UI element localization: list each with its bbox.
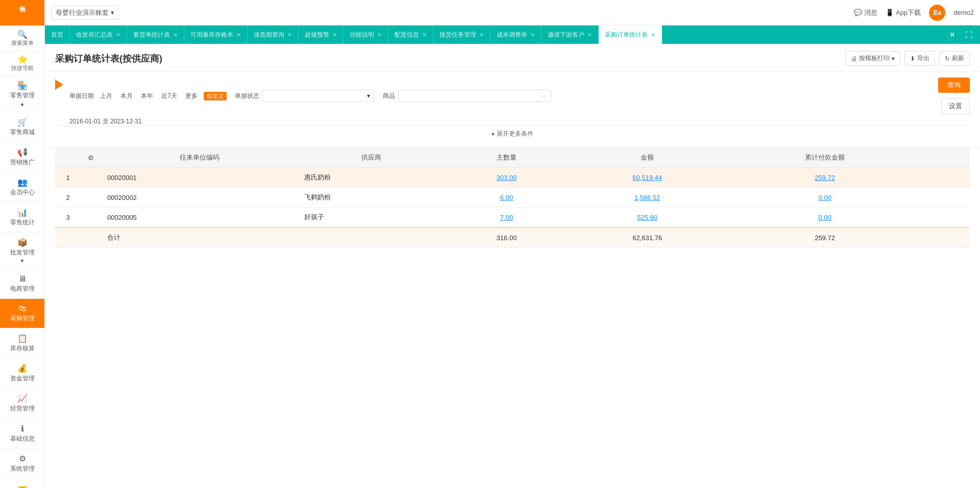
- user-avatar[interactable]: Ea: [929, 5, 945, 21]
- refresh-button[interactable]: ↻ 刷新: [939, 51, 970, 66]
- row-check-1: [81, 188, 101, 208]
- date-shortcut-this-year[interactable]: 本年: [138, 91, 156, 101]
- sidebar-item-retail[interactable]: 🏪 零售管理 ▲: [0, 75, 44, 112]
- status-select[interactable]: ▾: [262, 90, 375, 102]
- sidebar-item-search[interactable]: 🔍 搜索菜单: [0, 25, 44, 52]
- sidebar-item-operations[interactable]: 📈 经营管理: [0, 389, 44, 419]
- tab-yaoqingxiayouke[interactable]: 邀请下游客户 ✕: [542, 25, 599, 44]
- col-extra: [923, 148, 970, 168]
- page-actions: 🖨 按模板打印 ▾ ⬇ 导出 ↻ 刷新: [845, 51, 970, 66]
- table-row[interactable]: 3 00020005 好孩子 7.00 525.80 0.00: [55, 208, 970, 228]
- tab-shoufaqhui[interactable]: 收发存汇总表 ✕: [70, 25, 127, 44]
- footer-empty-2: [81, 227, 101, 248]
- tab-peihuorenwu[interactable]: 拣货任务管理 ✕: [433, 25, 491, 44]
- sidebar-item-marketing[interactable]: 📢 营销推广: [0, 142, 44, 172]
- col-quantity: 主数量: [445, 148, 568, 168]
- tab-chaochuyujing[interactable]: 超储预警 ✕: [299, 25, 344, 44]
- tab-yaohuo[interactable]: 要货单统计表 ✕: [127, 25, 184, 44]
- tab-home-label: 首页: [51, 31, 63, 39]
- message-icon: 💬: [854, 9, 862, 16]
- avatar-text: Ea: [934, 9, 941, 16]
- tab-yaoqingxiayouke-close[interactable]: ✕: [587, 32, 592, 38]
- tab-maximize-btn[interactable]: ⛶: [962, 28, 976, 42]
- goods-more-icon[interactable]: ···: [542, 92, 547, 99]
- tab-close-all-btn[interactable]: ✕: [945, 28, 960, 42]
- row-extra-1: [923, 188, 970, 208]
- expand-filter-btn[interactable]: ▾ 展开更多条件: [55, 126, 970, 141]
- username: demo2: [953, 9, 974, 16]
- sidebar-item-finance[interactable]: 💰 资金管理: [0, 358, 44, 389]
- col-amount: 金额: [568, 148, 726, 168]
- tab-gongnengwensi-close[interactable]: ✕: [377, 32, 382, 38]
- tab-peizhi[interactable]: 配置信息 ✕: [388, 25, 433, 44]
- tab-baozhiqi[interactable]: 保质期查询 ✕: [248, 25, 299, 44]
- sidebar-item-wholesale[interactable]: 📦 批发管理 ▼: [0, 233, 44, 269]
- table-row[interactable]: 2 00020002 飞鹤奶粉 6.00 1,586.52 0.00: [55, 188, 970, 208]
- row-amount-0: 60,519.44: [568, 168, 726, 188]
- footer-empty-1: [55, 227, 81, 248]
- app-logo[interactable]: 畅 标题: [0, 0, 44, 25]
- date-shortcut-this-month[interactable]: 本月: [117, 91, 136, 101]
- footer-extra: [923, 227, 970, 248]
- sidebar-item-quicknav[interactable]: ⭐ 快捷导航: [0, 52, 44, 75]
- date-shortcut-last-month[interactable]: 上月: [97, 91, 115, 101]
- sidebar-item-enterprise[interactable]: 🤝 企业协同: [0, 479, 44, 488]
- system-icon: ⚙: [19, 454, 26, 464]
- sidebar-item-retailshop[interactable]: 🛒 零售商城: [0, 112, 44, 142]
- row-index-1: 2: [55, 188, 81, 208]
- table-row[interactable]: 1 00020001 惠氏奶粉 303.00 60,519.44 259.72: [55, 168, 970, 188]
- export-button[interactable]: ⬇ 导出: [904, 51, 935, 66]
- tab-yaohuo-close[interactable]: ✕: [173, 32, 178, 38]
- tab-chenbendiaozheng[interactable]: 成本调整单 ✕: [491, 25, 542, 44]
- query-button[interactable]: 查询: [938, 78, 970, 93]
- tab-shoufaqhui-close[interactable]: ✕: [116, 32, 120, 38]
- tab-chaochuyujing-close[interactable]: ✕: [332, 32, 337, 38]
- sidebar-item-inventory[interactable]: 📋 库存核算: [0, 328, 44, 358]
- tab-keyongliang[interactable]: 可用量库存账本 ✕: [184, 25, 248, 44]
- tab-caigoudingdan[interactable]: 采购订单统计表 ✕: [599, 25, 662, 44]
- tabbar: 首页 收发存汇总表 ✕ 要货单统计表 ✕ 可用量库存账本 ✕ 保质期查询 ✕ 超…: [45, 25, 980, 44]
- tab-baozhiqi-close[interactable]: ✕: [287, 32, 292, 38]
- operations-icon: 📈: [17, 394, 28, 403]
- workspace-selector[interactable]: 母婴行业演示账套 ▾: [51, 6, 119, 20]
- date-shortcut-more[interactable]: 更多: [182, 91, 201, 101]
- download-icon: 📱: [886, 9, 894, 16]
- row-amount-2: 525.80: [568, 208, 726, 228]
- tab-shoufaqhui-label: 收发存汇总表: [76, 31, 113, 39]
- sidebar-item-basic[interactable]: ℹ 基础信息: [0, 419, 44, 449]
- tab-home[interactable]: 首页: [45, 25, 70, 44]
- sidebar-item-members[interactable]: 👥 会员中心: [0, 172, 44, 202]
- tab-keyongliang-close[interactable]: ✕: [236, 32, 241, 38]
- tab-chaochuyujing-label: 超储预警: [305, 31, 329, 39]
- tab-caigoudingdan-close[interactable]: ✕: [651, 32, 655, 38]
- sidebar-item-purchase[interactable]: 🛍 采购管理: [0, 299, 44, 328]
- goods-input-wrapper: ···: [398, 90, 551, 102]
- members-label: 会员中心: [10, 188, 35, 197]
- main-area: 母婴行业演示账套 ▾ 💬 消息 📱 App下载 Ea demo2 首页 收发存汇…: [45, 0, 980, 488]
- col-supplier-name: 供应商: [298, 148, 445, 168]
- date-shortcut-7days[interactable]: 近7天: [158, 91, 180, 101]
- system-label: 系统管理: [10, 465, 35, 473]
- tab-peizhi-close[interactable]: ✕: [422, 32, 427, 38]
- sidebar-item-system[interactable]: ⚙ 系统管理: [0, 449, 44, 479]
- date-custom-badge[interactable]: 自定义: [204, 92, 227, 100]
- settings-button[interactable]: 设置: [941, 98, 970, 114]
- goods-filter-item: 商品 ···: [383, 90, 551, 102]
- filter-toggle-btn[interactable]: [55, 80, 63, 90]
- tab-baozhiqi-label: 保质期查询: [254, 31, 284, 39]
- goods-input[interactable]: [403, 92, 540, 99]
- members-icon: 👥: [17, 177, 28, 187]
- tab-chenbendiaozheng-close[interactable]: ✕: [530, 32, 535, 38]
- tab-gongnengwensi[interactable]: 功能说明 ✕: [344, 25, 388, 44]
- print-button[interactable]: 🖨 按模板打印 ▾: [845, 51, 900, 66]
- tab-yaohuo-label: 要货单统计表: [133, 31, 170, 39]
- col-settings-icon[interactable]: ⚙: [88, 154, 94, 162]
- sidebar-item-ecommerce[interactable]: 🖥 电商管理: [0, 269, 44, 299]
- tab-gongnengwensi-label: 功能说明: [350, 31, 374, 39]
- app-download-btn[interactable]: 📱 App下载: [886, 8, 921, 17]
- row-check-2: [81, 208, 101, 228]
- message-btn[interactable]: 💬 消息: [854, 8, 877, 17]
- sidebar-item-retailstats[interactable]: 📊 零售统计: [0, 202, 44, 233]
- date-filter-item: 单据日期 上月 本月 本年 近7天 更多 自定义: [69, 91, 227, 101]
- tab-peihuorenwu-close[interactable]: ✕: [479, 32, 484, 38]
